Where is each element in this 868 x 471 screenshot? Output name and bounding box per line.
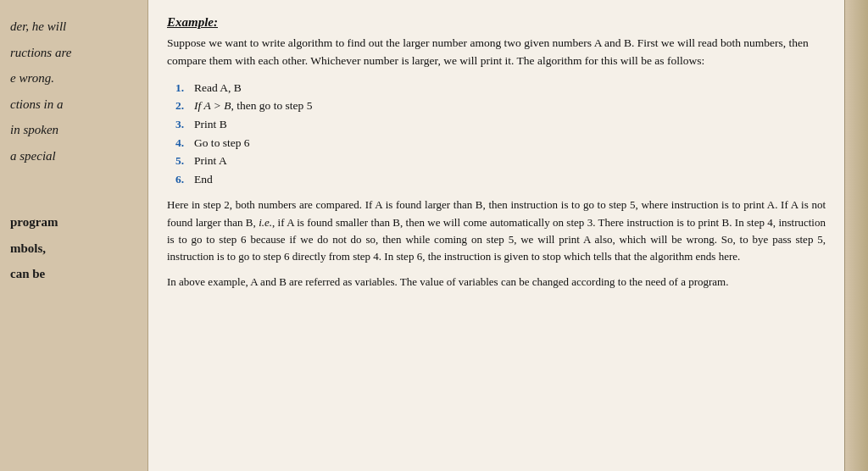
left-text-4: ctions in a bbox=[10, 95, 137, 114]
step-text-2: If A > B, then go to step 5 bbox=[194, 97, 313, 115]
step-text-4: Go to step 6 bbox=[194, 134, 250, 152]
step-5: 5. Print A bbox=[175, 152, 826, 170]
step-num-5: 5. bbox=[175, 152, 191, 170]
step-num-1: 1. bbox=[175, 79, 191, 97]
algorithm-list: 1. Read A, B 2. If A > B, then go to ste… bbox=[167, 79, 826, 189]
step-text-1: Read A, B bbox=[194, 79, 242, 97]
step-text-3: Print B bbox=[194, 115, 227, 134]
main-content: Example: Suppose we want to write algori… bbox=[148, 0, 844, 471]
conclusion-text: In above example, A and B are referred a… bbox=[167, 274, 826, 291]
explanation-text: Here in step 2, both numbers are compare… bbox=[167, 197, 826, 265]
step-num-6: 6. bbox=[175, 170, 191, 189]
step-1: 1. Read A, B bbox=[175, 79, 826, 97]
left-text-3: e wrong. bbox=[10, 69, 137, 88]
left-text-5: in spoken bbox=[10, 120, 137, 140]
step-2: 2. If A > B, then go to step 5 bbox=[175, 97, 826, 115]
left-panel: der, he will ructions are e wrong. ction… bbox=[0, 0, 148, 471]
left-text-8: program bbox=[10, 213, 137, 232]
step-num-3: 3. bbox=[175, 115, 191, 134]
left-text-9: mbols, bbox=[10, 239, 137, 258]
step-num-2: 2. bbox=[175, 97, 191, 115]
step-text-5: Print A bbox=[194, 152, 227, 170]
step-6: 6. End bbox=[175, 170, 826, 189]
example-title: Example: bbox=[167, 15, 826, 30]
left-text-2: ructions are bbox=[10, 43, 137, 63]
step-text-6: End bbox=[194, 170, 213, 189]
left-text-10: can be bbox=[10, 264, 137, 284]
left-text-6: a special bbox=[10, 147, 137, 166]
step-3: 3. Print B bbox=[175, 115, 826, 134]
left-text-1: der, he will bbox=[10, 17, 137, 36]
intro-text: Suppose we want to write algorithm to fi… bbox=[167, 35, 826, 70]
step-num-4: 4. bbox=[175, 134, 191, 152]
right-edge bbox=[844, 0, 868, 471]
step-4: 4. Go to step 6 bbox=[175, 134, 826, 152]
